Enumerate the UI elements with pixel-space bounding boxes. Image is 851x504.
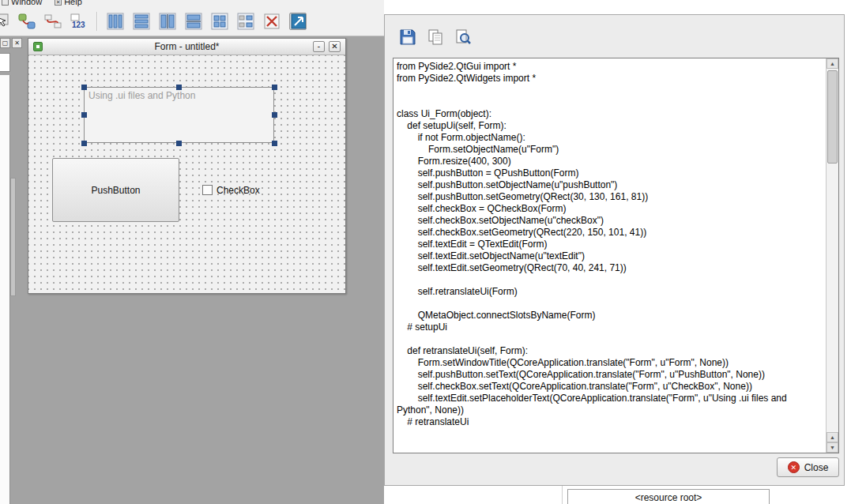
form-window-title: Form - untitled* — [28, 41, 345, 52]
dock-float-button[interactable]: ▢ — [0, 38, 10, 48]
form-canvas[interactable]: Using .ui files and Python PushButton Ch… — [28, 55, 345, 293]
qt-designer-screen: Window ✕ Help 123 — [0, 0, 851, 504]
dock-titlebar-buttons: ▢ ✕ — [0, 38, 22, 48]
copy-icon — [427, 28, 444, 46]
edit-signals-slots-button[interactable] — [18, 13, 36, 30]
checkbox-label: CheckBox — [217, 185, 260, 196]
scroll-down-icon[interactable]: ▼ — [827, 442, 838, 453]
selection-handle-mid-right[interactable] — [272, 112, 277, 118]
layout-vertical-button[interactable] — [133, 13, 150, 30]
layout-vertical-splitter-button[interactable] — [185, 13, 202, 30]
selection-handle-bottom-center[interactable] — [176, 141, 182, 146]
selection-handle-mid-left[interactable] — [81, 112, 87, 118]
adjust-size-icon — [290, 13, 306, 30]
code-scrollbar[interactable]: ▲ ▲ ▼ — [826, 58, 838, 453]
menu-help-label: Help — [64, 0, 82, 6]
svg-text:123: 123 — [72, 21, 85, 29]
edit-tab-order-icon: 123 — [70, 13, 88, 30]
toolbar-separator — [96, 12, 98, 31]
menu-window[interactable]: Window — [2, 0, 42, 6]
menu-help[interactable]: ✕ Help — [55, 0, 82, 6]
form-designer-window: Form - untitled* - ✕ Using .ui files and… — [28, 38, 346, 294]
left-dock-scrollbar[interactable] — [10, 178, 16, 296]
dialog-close-button[interactable]: ✕ Close — [777, 457, 839, 477]
selection-handle-bottom-right[interactable] — [272, 141, 277, 146]
layout-grid-icon — [211, 13, 228, 30]
code-text[interactable]: from PySide2.QtGui import * from PySide2… — [397, 61, 823, 450]
selection-handle-top-center[interactable] — [176, 85, 182, 90]
checkbox-widget[interactable]: CheckBox — [202, 174, 282, 206]
main-toolbar: 123 — [0, 9, 307, 33]
edit-tab-order-button[interactable]: 123 — [70, 13, 88, 30]
break-layout-button[interactable] — [263, 13, 281, 30]
widgetbox-filter-input[interactable] — [0, 53, 10, 72]
find-icon — [454, 28, 472, 46]
close-circle-icon: ✕ — [788, 461, 800, 473]
left-dock-panel — [0, 75, 10, 504]
menu-window-label: Window — [11, 0, 42, 6]
layout-vertical-splitter-icon — [185, 13, 202, 30]
layout-form-button[interactable] — [237, 13, 254, 30]
form-window-titlebar[interactable]: Form - untitled* - ✕ — [28, 39, 345, 55]
save-button[interactable] — [398, 28, 417, 47]
textedit-widget[interactable]: Using .ui files and Python — [84, 87, 274, 143]
resource-root-item[interactable]: <resource root> — [567, 489, 770, 504]
edit-buddies-button[interactable] — [44, 13, 62, 30]
textedit-placeholder: Using .ui files and Python — [88, 90, 195, 101]
dock-close-button[interactable]: ✕ — [12, 38, 22, 48]
scrollbar-thumb[interactable] — [827, 70, 838, 164]
break-layout-icon — [263, 13, 281, 30]
edit-widgets-icon — [0, 13, 9, 30]
selection-handle-bottom-left[interactable] — [81, 141, 87, 146]
edit-widgets-button[interactable] — [0, 13, 9, 30]
bottom-panel: <resource root> — [384, 486, 851, 504]
scroll-up-bottom-icon[interactable]: ▲ — [827, 432, 838, 442]
code-view-dialog: from PySide2.QtGui import * from PySide2… — [384, 14, 845, 486]
restore-window-icon — [2, 0, 9, 6]
close-button-label: Close — [804, 462, 829, 473]
edit-buddies-icon — [44, 13, 62, 30]
layout-horizontal-icon — [107, 13, 124, 30]
checkbox-indicator[interactable] — [202, 185, 213, 195]
layout-grid-button[interactable] — [211, 13, 228, 30]
mdi-area: ▢ ✕ Form - untitled* - ✕ Using .ui files… — [0, 36, 384, 504]
pushbutton-widget[interactable]: PushButton — [52, 158, 179, 222]
window-close-button[interactable]: ✕ — [329, 41, 341, 52]
layout-vertical-icon — [133, 13, 150, 30]
scroll-up-icon[interactable]: ▲ — [827, 58, 838, 69]
code-view: from PySide2.QtGui import * from PySide2… — [393, 58, 839, 453]
layout-horizontal-splitter-button[interactable] — [159, 13, 176, 30]
layout-horizontal-splitter-icon — [159, 13, 176, 30]
selection-handle-top-left[interactable] — [81, 85, 87, 90]
close-window-icon: ✕ — [55, 0, 62, 6]
adjust-size-button[interactable] — [289, 13, 307, 30]
panel-divider — [562, 486, 563, 504]
resource-root-label: <resource root> — [635, 492, 702, 503]
menubar: Window ✕ Help — [2, 0, 82, 6]
edit-signals-slots-icon — [18, 13, 36, 30]
layout-horizontal-button[interactable] — [107, 13, 124, 30]
code-dialog-toolbar — [398, 28, 473, 47]
find-button[interactable] — [454, 28, 473, 47]
layout-form-icon — [237, 13, 254, 30]
minimize-button[interactable]: - — [313, 41, 325, 52]
save-icon — [399, 28, 416, 46]
topbar: Window ✕ Help 123 — [0, 0, 384, 36]
copy-button[interactable] — [426, 28, 445, 47]
selection-handle-top-right[interactable] — [272, 85, 277, 90]
